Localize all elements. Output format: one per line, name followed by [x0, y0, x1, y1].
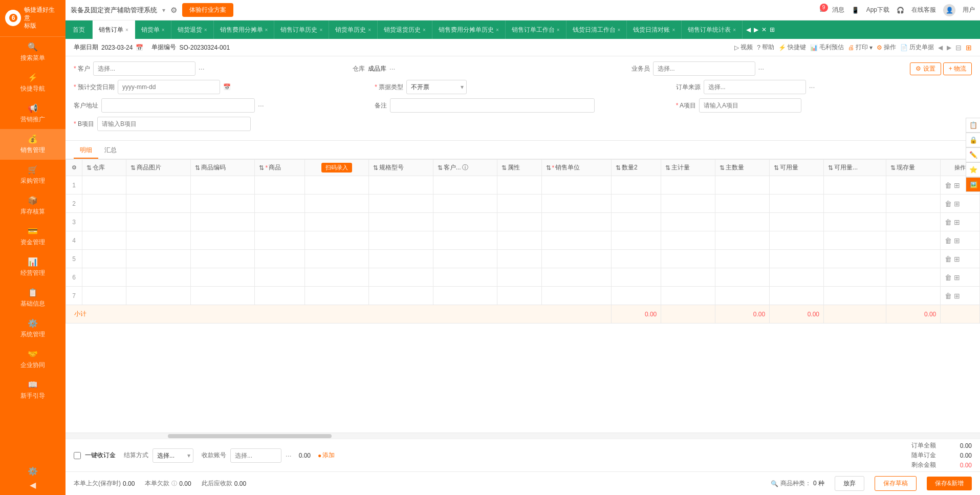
view-btn[interactable]: ▷ 视频 [734, 43, 753, 52]
online-service-label[interactable]: 在线客服 [911, 6, 936, 14]
copy-row-icon[interactable]: ⊞ [954, 273, 960, 282]
tab-summary[interactable]: 汇总 [98, 143, 123, 159]
next-tab-arrow[interactable]: ▶ [752, 26, 760, 33]
industry-btn[interactable]: 体验行业方案 [182, 3, 233, 17]
print-arrow[interactable]: ▾ [869, 44, 873, 51]
rfp-btn-3[interactable]: ✏️ [966, 147, 980, 162]
cell-customer-code[interactable] [433, 176, 497, 195]
sidebar-item-quicknav[interactable]: ⚡ 快捷导航 [0, 68, 66, 98]
sidebar-item-sales[interactable]: 💰 销售管理 [0, 129, 66, 160]
cell-main-unit[interactable] [661, 176, 715, 195]
rfp-btn-1[interactable]: 📋 [966, 118, 980, 133]
address-input[interactable] [101, 98, 255, 113]
scan-btn[interactable]: 扫码录入 [321, 163, 352, 173]
copy-row-icon[interactable]: ⊞ [954, 292, 960, 300]
rfp-btn-5[interactable]: 🖼️ [966, 177, 980, 192]
cell-product[interactable] [255, 176, 304, 195]
staff-dots[interactable]: ··· [758, 64, 765, 73]
close-tab-icon[interactable]: × [557, 27, 560, 33]
sidebar-item-basic[interactable]: 📋 基础信息 [0, 283, 66, 313]
tab-detail[interactable]: 明细 [74, 143, 98, 159]
copy-row-icon[interactable]: ⊞ [954, 200, 960, 208]
scroll-row[interactable] [66, 433, 980, 439]
app-download-label[interactable]: App下载 [866, 6, 889, 14]
tab-sales-slip[interactable]: 销货单 × [135, 20, 171, 39]
account-dots[interactable]: ··· [286, 451, 292, 460]
tab-sales-return[interactable]: 销货退货 × [171, 20, 214, 39]
cell-avail2[interactable] [824, 176, 886, 195]
close-tab-icon[interactable]: × [496, 27, 499, 33]
copy-row-icon[interactable]: ⊞ [954, 236, 960, 245]
close-tab-icon[interactable]: × [368, 27, 371, 33]
warehouse-dots[interactable]: ··· [389, 64, 396, 73]
cell-code[interactable] [190, 176, 255, 195]
staff-input[interactable] [653, 61, 755, 76]
sidebar-item-purchase[interactable]: 🛒 采购管理 [0, 160, 66, 190]
calendar-icon[interactable]: 📅 [136, 44, 143, 51]
tab-return-history[interactable]: 销货退货历史 × [378, 20, 432, 39]
nav-prev[interactable]: ◀ [938, 44, 943, 51]
sidebar-item-system[interactable]: ⚙️ 系统管理 [0, 313, 66, 344]
collapse-icon[interactable]: ◀ [30, 480, 36, 490]
sidebar-item-search[interactable]: 🔍 搜索菜单 [0, 37, 66, 68]
close-tab-icon[interactable]: × [204, 27, 207, 33]
source-dots[interactable]: ··· [809, 83, 815, 91]
close-all-tabs[interactable]: ✕ [760, 26, 768, 33]
shortcut-btn[interactable]: ⚡ 快捷键 [778, 43, 806, 52]
cell-unit[interactable] [541, 176, 611, 195]
order-source-input[interactable] [704, 80, 806, 94]
settings-icon[interactable]: ⚙ [170, 6, 177, 15]
cell-warehouse[interactable] [82, 176, 126, 195]
sidebar-item-marketing[interactable]: 📢 营销推广 [0, 98, 66, 129]
cell-main-qty[interactable] [715, 176, 770, 195]
tab-sales-order[interactable]: 销售订单 × [93, 20, 135, 39]
sidebar-item-operations[interactable]: 📊 经营管理 [0, 252, 66, 283]
save-draft-button[interactable]: 保存草稿 [875, 476, 917, 491]
settings-btn[interactable]: ⚙ 设置 [910, 62, 941, 75]
discard-button[interactable]: 放弃 [835, 476, 864, 491]
logistics-btn[interactable]: + 物流 [943, 62, 972, 75]
method-select[interactable]: 选择... [153, 448, 193, 463]
prev-tab-arrow[interactable]: ◀ [745, 26, 752, 33]
quick-deposit-checkbox[interactable] [74, 452, 81, 459]
message-icon-wrap[interactable]: ✉ 9 [820, 7, 825, 14]
sidebar-item-enterprise[interactable]: 🤝 企业协同 [0, 344, 66, 375]
cell-attr[interactable] [497, 176, 541, 195]
close-tab-icon[interactable]: × [162, 27, 165, 33]
delete-row-icon[interactable]: 🗑 [945, 200, 952, 208]
add-link[interactable]: ● 添加 [318, 451, 335, 460]
delete-row-icon[interactable]: 🗑 [945, 181, 952, 189]
message-label[interactable]: 消息 [832, 6, 844, 14]
delete-row-icon[interactable]: 🗑 [945, 292, 952, 300]
invoice-select[interactable]: 不开票 增值税普通发票 增值税专用发票 [406, 80, 467, 94]
help-btn[interactable]: ? 帮助 [757, 43, 774, 52]
expand-tabs[interactable]: ⊞ [768, 26, 776, 33]
tab-home[interactable]: 首页 [66, 20, 93, 39]
customer-dots[interactable]: ··· [199, 64, 205, 73]
calendar2-icon[interactable]: 📅 [223, 83, 231, 91]
sidebar-item-inventory[interactable]: 📦 库存核算 [0, 190, 66, 221]
close-tab-icon[interactable]: × [733, 27, 736, 33]
address-dots[interactable]: ··· [258, 101, 264, 110]
remark-input[interactable] [390, 98, 595, 113]
dropdown-arrow[interactable]: ▾ [162, 7, 165, 14]
scroll-thumb[interactable] [168, 434, 332, 438]
th-gear[interactable]: ⚙ [66, 160, 82, 176]
cell-avail[interactable] [770, 176, 824, 195]
close-tab-icon[interactable]: × [125, 27, 128, 33]
user-label[interactable]: 用户 [963, 6, 975, 14]
account-input[interactable] [230, 448, 281, 463]
copy-row-icon[interactable]: ⊞ [954, 218, 960, 226]
list-view-icon[interactable]: ⊞ [966, 44, 972, 52]
save-new-button[interactable]: 保存&新增 [927, 477, 972, 490]
delete-row-icon[interactable]: 🗑 [945, 236, 952, 245]
delete-row-icon[interactable]: 🗑 [945, 255, 952, 263]
tab-fee-split[interactable]: 销售费用分摊单 × [214, 20, 275, 39]
rfp-btn-4[interactable]: ⭐ [966, 162, 980, 177]
copy-row-icon[interactable]: ⊞ [954, 255, 960, 263]
cell-spec[interactable] [369, 176, 433, 195]
cell-qty2[interactable] [611, 176, 661, 195]
tab-daily-reconcile[interactable]: 钱货日清对账 × [627, 20, 682, 39]
history-btn[interactable]: 📄 历史单据 [900, 43, 934, 52]
tab-stats[interactable]: 销售订单统计表 × [682, 20, 743, 39]
